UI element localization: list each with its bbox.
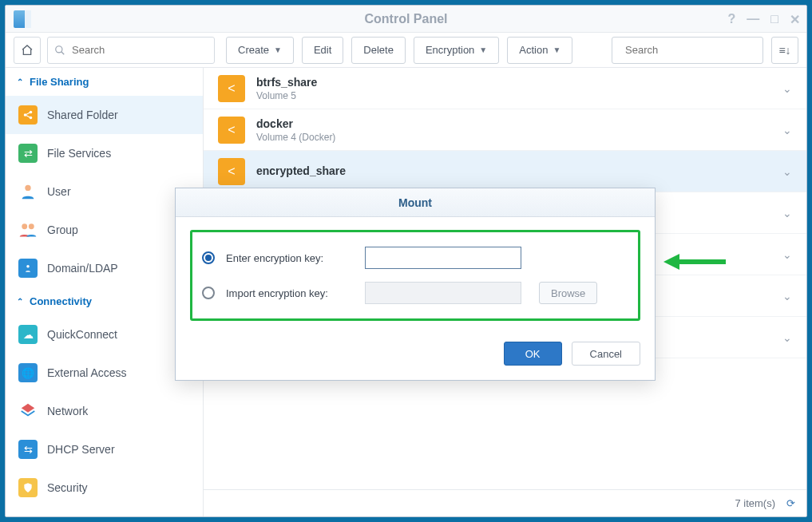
dhcp-icon: ⇆	[18, 440, 38, 459]
chevron-up-icon: ⌃	[17, 77, 23, 86]
action-button[interactable]: Action▼	[507, 37, 572, 64]
chevron-down-icon[interactable]: ⌄	[782, 248, 792, 261]
item-count: 7 item(s)	[735, 497, 775, 509]
radio-enter-key[interactable]	[202, 251, 215, 264]
sidebar-item-dhcp[interactable]: ⇆ DHCP Server	[6, 430, 203, 469]
browse-button: Browse	[539, 282, 597, 304]
mount-dialog: Mount Enter encryption key: Import encry…	[175, 188, 656, 381]
svg-point-8	[26, 265, 30, 268]
help-icon[interactable]: ?	[728, 12, 736, 26]
domain-icon	[18, 259, 38, 278]
dialog-title: Mount	[176, 188, 655, 217]
section-file-sharing[interactable]: ⌃File Sharing	[6, 68, 203, 96]
sidebar-item-label: Domain/LDAP	[47, 262, 118, 275]
encryption-key-input[interactable]	[365, 247, 521, 269]
sidebar-item-shared-folder[interactable]: Shared Folder	[6, 96, 203, 134]
cancel-button[interactable]: Cancel	[572, 342, 640, 366]
svg-point-5	[25, 185, 30, 191]
delete-button[interactable]: Delete	[351, 37, 406, 64]
import-key-label: Import encryption key:	[226, 287, 354, 299]
app-window: Control Panel ? — □ ✕ Create▼ Edit Delet…	[5, 5, 807, 517]
folder-row[interactable]: < btrfs_shareVolume 5 ⌄	[204, 68, 806, 109]
chevron-down-icon[interactable]: ⌄	[782, 290, 792, 303]
folder-icon: <	[218, 117, 245, 144]
sidebar-item-label: External Access	[47, 366, 127, 379]
shield-icon	[18, 478, 38, 497]
arrows-icon: ⇄	[18, 144, 38, 163]
radio-import-key[interactable]	[202, 287, 215, 299]
sidebar-item-file-services[interactable]: ⇄ File Services	[6, 134, 203, 172]
sidebar-item-label: Shared Folder	[47, 109, 118, 121]
home-button[interactable]	[14, 37, 41, 64]
ok-button[interactable]: OK	[504, 342, 562, 366]
caret-down-icon: ▼	[274, 45, 282, 54]
window-title: Control Panel	[364, 12, 447, 26]
chevron-down-icon[interactable]: ⌄	[782, 207, 792, 219]
sidebar-item-label: Group	[47, 223, 78, 236]
main-toolbar: Create▼ Edit Delete Encryption▼ Action▼ …	[226, 37, 798, 64]
folder-row[interactable]: < dockerVolume 4 (Docker) ⌄	[204, 109, 806, 151]
toolbar: Create▼ Edit Delete Encryption▼ Action▼ …	[6, 33, 806, 68]
folder-share-icon	[18, 105, 38, 125]
highlight-box: Enter encryption key: Import encryption …	[190, 230, 640, 321]
sort-button[interactable]: ≡↓	[771, 37, 798, 64]
network-icon	[18, 401, 38, 421]
window-controls: ? — □ ✕	[728, 6, 800, 33]
filter-search[interactable]	[612, 37, 763, 64]
cloud-icon: ☁	[18, 325, 38, 344]
statusbar: 7 item(s) ⟳	[204, 489, 806, 516]
sidebar-item-domain-ldap[interactable]: Domain/LDAP	[6, 249, 203, 287]
svg-point-0	[56, 45, 62, 52]
sidebar: ⌃File Sharing Shared Folder ⇄ File Servi…	[6, 68, 204, 516]
folder-row[interactable]: < encrypted_share ⌄	[204, 151, 806, 192]
content-area: < btrfs_shareVolume 5 ⌄ < dockerVolume 4…	[204, 68, 806, 516]
chevron-down-icon[interactable]: ⌄	[782, 331, 792, 344]
svg-line-1	[61, 51, 65, 54]
sidebar-item-label: User	[47, 185, 71, 198]
sidebar-search[interactable]	[47, 37, 215, 64]
sidebar-item-label: Security	[47, 481, 88, 494]
sidebar-item-external-access[interactable]: 🌐 External Access	[6, 354, 203, 392]
sidebar-item-label: Network	[47, 405, 88, 417]
folder-icon: <	[218, 75, 245, 102]
caret-down-icon: ▼	[553, 45, 560, 54]
chevron-down-icon[interactable]: ⌄	[782, 82, 792, 95]
reload-icon[interactable]: ⟳	[786, 497, 795, 509]
globe-icon: 🌐	[18, 363, 38, 382]
dialog-footer: OK Cancel	[176, 330, 655, 380]
app-icon	[14, 10, 31, 28]
sidebar-item-label: QuickConnect	[47, 328, 117, 341]
import-key-input	[365, 282, 521, 304]
enter-key-label: Enter encryption key:	[226, 252, 354, 264]
option-enter-key: Enter encryption key:	[202, 240, 628, 275]
search-icon	[54, 45, 65, 56]
sidebar-item-group[interactable]: Group	[6, 211, 203, 249]
close-icon[interactable]: ✕	[790, 12, 800, 27]
body: ⌃File Sharing Shared Folder ⇄ File Servi…	[6, 68, 806, 516]
titlebar: Control Panel ? — □ ✕	[6, 6, 806, 33]
sidebar-search-input[interactable]	[70, 43, 208, 57]
create-button[interactable]: Create▼	[226, 37, 294, 64]
section-connectivity[interactable]: ⌃Connectivity	[6, 287, 203, 315]
folder-icon: <	[218, 158, 245, 185]
edit-button[interactable]: Edit	[302, 37, 343, 64]
sidebar-item-security[interactable]: Security	[6, 469, 203, 507]
caret-down-icon: ▼	[479, 45, 487, 54]
user-icon	[18, 182, 38, 201]
sidebar-item-network[interactable]: Network	[6, 392, 203, 430]
sidebar-item-label: File Services	[47, 147, 111, 160]
filter-input[interactable]	[624, 43, 761, 57]
maximize-icon[interactable]: □	[770, 12, 778, 26]
svg-point-6	[22, 223, 27, 229]
group-icon	[18, 220, 38, 239]
option-import-key: Import encryption key: Browse	[202, 275, 628, 310]
chevron-up-icon: ⌃	[17, 297, 23, 306]
minimize-icon[interactable]: —	[747, 12, 759, 26]
chevron-down-icon[interactable]: ⌄	[782, 124, 792, 136]
sidebar-item-quickconnect[interactable]: ☁ QuickConnect	[6, 315, 203, 354]
sidebar-item-user[interactable]: User	[6, 172, 203, 211]
svg-point-7	[29, 223, 34, 229]
chevron-down-icon[interactable]: ⌄	[782, 165, 792, 178]
sidebar-item-label: DHCP Server	[47, 443, 115, 456]
encryption-button[interactable]: Encryption▼	[414, 37, 499, 64]
